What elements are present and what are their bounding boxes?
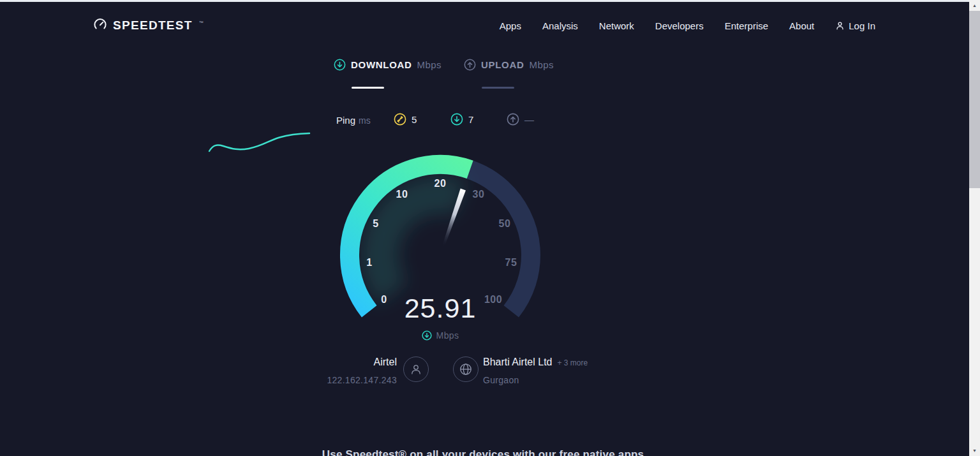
gauge-scale-label: 20 xyxy=(434,178,447,189)
user-icon xyxy=(835,21,845,31)
footer-teaser-text: Use Speedtest® on all your devices with … xyxy=(0,448,969,456)
nav-item-enterprise[interactable]: Enterprise xyxy=(725,20,768,31)
ping-label: Ping xyxy=(336,115,355,126)
speedtest-logo[interactable]: SPEEDTEST ™ xyxy=(93,18,203,32)
logo-text: SPEEDTEST xyxy=(113,19,193,31)
speedtest-page: SPEEDTEST ™ Apps Analysis Network Develo… xyxy=(0,0,980,456)
download-circle-icon xyxy=(334,59,346,71)
gauge-scale-label: 30 xyxy=(473,189,485,200)
ping-unit: ms xyxy=(359,115,371,126)
isp-name: Airtel xyxy=(268,357,397,368)
ping-download-value: 7 xyxy=(468,114,473,125)
scrollbar-down-button[interactable]: ▼ xyxy=(969,445,980,456)
nav-item-analysis[interactable]: Analysis xyxy=(542,20,578,31)
server-name: Bharti Airtel Ltd xyxy=(483,357,553,368)
login-button[interactable]: Log In xyxy=(835,20,875,31)
ping-idle-metric: 5 xyxy=(394,113,417,126)
gauge-scale-label: 50 xyxy=(499,218,511,230)
server-more-link[interactable]: + 3 more xyxy=(558,358,588,367)
nav-item-developers[interactable]: Developers xyxy=(655,20,704,31)
globe-icon xyxy=(459,362,473,376)
gauge-scale-label: 10 xyxy=(396,189,408,200)
isp-avatar xyxy=(403,357,429,382)
tab-upload-unit: Mbps xyxy=(530,59,554,70)
isp-ip-address: 122.162.147.243 xyxy=(268,374,397,386)
tab-download-label: DOWNLOAD xyxy=(351,59,412,70)
download-circle-icon xyxy=(422,330,432,341)
vertical-scrollbar[interactable]: ▲ ▼ xyxy=(969,0,980,456)
gauge-scale-label: 1 xyxy=(366,257,372,268)
ping-upload-value: — xyxy=(524,114,534,125)
isp-info: Airtel 122.162.147.243 xyxy=(268,357,397,386)
gauge-scale-label: 5 xyxy=(373,218,378,230)
live-speed-sparkline xyxy=(204,128,316,159)
scrollbar-thumb[interactable] xyxy=(969,11,980,188)
login-label: Log In xyxy=(849,20,875,31)
speedtest-gauge-icon xyxy=(93,18,107,32)
ping-upload-metric: — xyxy=(507,113,534,126)
tab-upload-label: UPLOAD xyxy=(481,59,524,70)
ping-idle-value: 5 xyxy=(412,114,417,125)
download-circle-icon xyxy=(450,113,463,126)
logo-trademark: ™ xyxy=(199,20,204,25)
gauge-scale-label: 75 xyxy=(505,257,517,268)
main-nav: Apps Analysis Network Developers Enterpr… xyxy=(500,0,875,51)
server-info: Bharti Airtel Ltd + 3 more Gurgaon xyxy=(483,357,751,386)
current-speed-unit: Mbps xyxy=(436,330,459,341)
scrollbar-up-button[interactable]: ▲ xyxy=(969,0,980,11)
nav-item-network[interactable]: Network xyxy=(599,20,634,31)
server-location: Gurgaon xyxy=(483,374,751,386)
tab-upload-underline xyxy=(482,87,514,89)
current-speed-unit-row: Mbps xyxy=(319,330,561,341)
nav-item-apps[interactable]: Apps xyxy=(500,20,521,31)
user-circle-icon xyxy=(410,363,422,376)
tab-download-underline xyxy=(352,87,384,89)
idle-latency-icon xyxy=(394,113,406,126)
gauge-inner-glow xyxy=(380,195,460,293)
ping-download-metric: 7 xyxy=(450,113,473,126)
tab-download[interactable]: DOWNLOAD Mbps xyxy=(334,59,442,71)
server-globe-badge xyxy=(453,357,479,382)
current-speed-value: 25.91 xyxy=(319,295,561,322)
upload-circle-icon xyxy=(464,59,476,71)
tab-download-unit: Mbps xyxy=(417,59,442,70)
upload-circle-icon xyxy=(507,113,519,126)
nav-item-about[interactable]: About xyxy=(789,20,814,31)
tab-upload[interactable]: UPLOAD Mbps xyxy=(464,59,554,71)
